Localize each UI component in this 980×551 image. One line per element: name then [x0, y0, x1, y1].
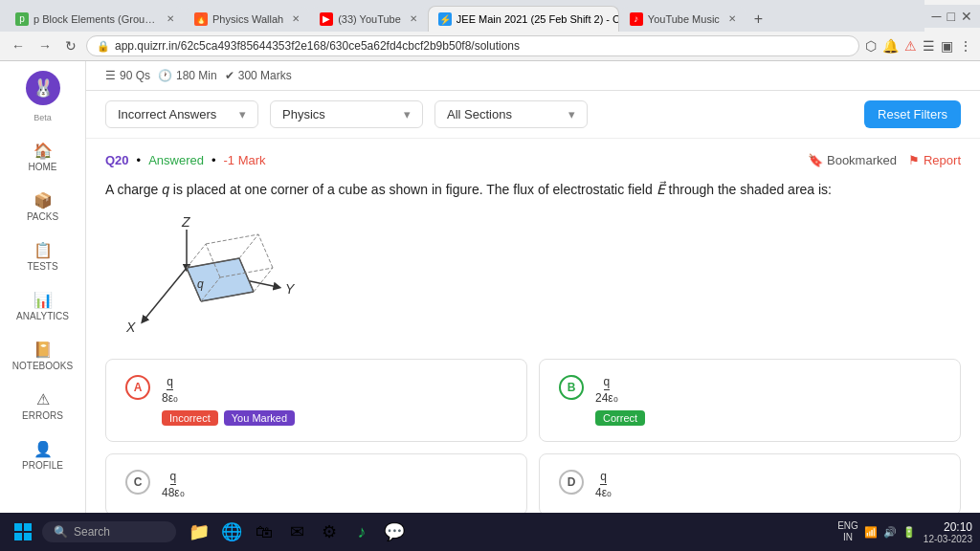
tests-icon: 📋	[33, 241, 53, 259]
answer-filter-select[interactable]: Incorrect Answers ▾	[105, 100, 258, 128]
report-action[interactable]: ⚑ Report	[908, 153, 961, 167]
tab-strip-icon[interactable]: ▣	[941, 38, 953, 54]
q-text-middle: is placed at one corner of a cube as sho…	[169, 182, 657, 197]
profile-icon[interactable]: 🔔	[882, 38, 899, 54]
system-clock[interactable]: 20:10 12-03-2023	[924, 520, 972, 544]
tab-1-close[interactable]: ✕	[167, 13, 174, 24]
forward-button[interactable]: →	[34, 36, 56, 55]
new-tab-button[interactable]: +	[746, 7, 770, 32]
taskbar-icon-edge[interactable]: 🌐	[216, 517, 247, 547]
browser-chrome: p p Block Elements (Group 15, 16, 17, 6.…	[0, 0, 980, 61]
option-C[interactable]: C q 48ε₀	[105, 453, 527, 516]
sidebar-packs-label: PACKS	[27, 211, 58, 222]
tab-2[interactable]: 🔥 Physics Wallah ✕	[185, 7, 309, 32]
taskbar-icon-explorer[interactable]: 📁	[184, 517, 214, 547]
section-filter-chevron: ▾	[568, 107, 575, 121]
sidebar-item-analytics[interactable]: 📊 ANALYTICS	[5, 283, 81, 329]
svg-text:q: q	[197, 277, 204, 291]
option-B-content: q 24ε₀ Correct	[595, 375, 645, 426]
sidebar-item-errors[interactable]: ⚠ ERRORS	[5, 383, 81, 429]
question-actions: 🔖 Bookmarked ⚑ Report	[808, 153, 961, 167]
svg-rect-23	[24, 533, 32, 540]
tray-lang: ENGIN	[837, 520, 858, 543]
top-bar: ☰ 90 Qs 🕐 180 Min ✔ 300 Marks	[86, 61, 980, 91]
tab-4[interactable]: ⚡ JEE Main 2021 (25 Feb Shift 2) - C ✕	[428, 6, 619, 32]
start-button[interactable]	[8, 517, 38, 547]
maximize-button[interactable]: □	[947, 9, 955, 24]
taskbar-search-icon: 🔍	[54, 525, 68, 539]
svg-text:Y: Y	[285, 281, 296, 297]
option-A-numerator: q	[167, 375, 173, 390]
taskbar-icon-discord[interactable]: 💬	[379, 517, 410, 547]
tab-3[interactable]: ▶ (33) YouTube ✕	[310, 7, 427, 32]
option-C-content: q 48ε₀	[162, 470, 185, 499]
taskbar: 🔍 Search 📁 🌐 🛍 ✉ ⚙ ♪ 💬 ENGIN 📶 🔊 🔋 20:10…	[0, 513, 980, 551]
bookmark-icon[interactable]: ☰	[923, 38, 935, 54]
tab-1-label: p Block Elements (Group 15, 16, 17, 6...	[33, 13, 158, 25]
tab-3-favicon: ▶	[320, 12, 333, 26]
sidebar-item-packs[interactable]: 📦 PACKS	[5, 184, 81, 230]
svg-line-11	[239, 234, 258, 258]
time-icon: 🕐	[158, 69, 172, 82]
menu-icon[interactable]: ⋮	[959, 38, 972, 54]
tab-bar-row: p p Block Elements (Group 15, 16, 17, 6.…	[0, 0, 980, 32]
cast-icon[interactable]: ⬡	[865, 38, 877, 54]
close-button[interactable]: ✕	[961, 9, 972, 24]
notebooks-icon: 📔	[33, 341, 53, 359]
option-A-content: q 8ε₀ Incorrect You Marked	[162, 375, 295, 426]
taskbar-icon-mail[interactable]: ✉	[281, 517, 312, 547]
svg-line-5	[144, 268, 187, 320]
option-C-denominator: 48ε₀	[162, 485, 185, 499]
clock-time: 20:10	[924, 520, 972, 534]
option-D[interactable]: D q 4ε₀	[539, 453, 961, 516]
tray-volume-icon: 🔊	[883, 526, 897, 539]
lock-icon: 🔒	[97, 40, 110, 53]
sidebar-home-label: HOME	[29, 162, 57, 172]
option-C-math: q 48ε₀	[162, 470, 185, 499]
sidebar-analytics-label: ANALYTICS	[16, 311, 69, 321]
taskbar-search[interactable]: 🔍 Search	[42, 521, 176, 542]
sidebar-item-home[interactable]: 🏠 HOME	[5, 134, 81, 180]
address-bar[interactable]: 🔒 app.quizrr.in/62c5ca493f85644353f2e168…	[86, 35, 859, 56]
clock-date: 12-03-2023	[924, 534, 972, 544]
sidebar-notebooks-label: NOTEBOOKS	[12, 361, 73, 371]
warning-icon[interactable]: ⚠	[904, 38, 917, 54]
tab-5-label: YouTube Music	[648, 13, 720, 25]
answer-filter-label: Incorrect Answers	[118, 107, 216, 121]
option-B-math: q 24ε₀	[595, 375, 645, 405]
sidebar-item-notebooks[interactable]: 📔 NOTEBOOKS	[5, 333, 81, 379]
option-B[interactable]: B q 24ε₀ Correct	[539, 359, 961, 442]
taskbar-icon-store[interactable]: 🛍	[249, 517, 279, 547]
tab-1-favicon: p	[15, 12, 29, 26]
profile-nav-icon: 👤	[33, 440, 53, 458]
back-button[interactable]: ←	[8, 36, 29, 55]
toolbar-icons: ⬡ 🔔 ⚠ ☰ ▣ ⋮	[865, 38, 972, 54]
refresh-button[interactable]: ↻	[61, 36, 80, 55]
e-vec: E⃗	[657, 182, 665, 197]
marks-label: 300 Marks	[238, 69, 292, 82]
sidebar-tests-label: TESTS	[27, 261, 57, 272]
bookmark-action[interactable]: 🔖 Bookmarked	[808, 153, 897, 167]
marks-icon: ✔	[225, 69, 234, 82]
tab-4-favicon: ⚡	[438, 12, 452, 26]
minimize-button[interactable]: ─	[932, 9, 942, 24]
option-D-content: q 4ε₀	[595, 470, 612, 499]
option-A-badge-marked: You Marked	[224, 410, 295, 426]
tab-1[interactable]: p p Block Elements (Group 15, 16, 17, 6.…	[6, 7, 184, 32]
option-B-badges: Correct	[595, 410, 645, 426]
tab-5-close[interactable]: ✕	[728, 13, 736, 24]
svg-rect-21	[24, 523, 32, 531]
sidebar-item-tests[interactable]: 📋 TESTS	[5, 233, 81, 279]
option-A[interactable]: A q 8ε₀ Incorrect You Marked	[105, 359, 527, 442]
section-filter-label: All Sections	[447, 107, 512, 121]
subject-filter-select[interactable]: Physics ▾	[270, 100, 423, 128]
taskbar-icon-spotify[interactable]: ♪	[346, 517, 377, 547]
reset-filters-button[interactable]: Reset Filters	[864, 100, 961, 128]
address-text: app.quizrr.in/62c5ca493f85644353f2e168/6…	[115, 39, 520, 53]
tab-5[interactable]: ♪ YouTube Music ✕	[620, 7, 746, 32]
tab-2-close[interactable]: ✕	[292, 13, 300, 24]
tab-3-close[interactable]: ✕	[410, 13, 417, 24]
sidebar-item-profile[interactable]: 👤 PROFILE	[5, 432, 81, 478]
taskbar-icon-settings[interactable]: ⚙	[314, 517, 345, 547]
section-filter-select[interactable]: All Sections ▾	[434, 100, 588, 128]
